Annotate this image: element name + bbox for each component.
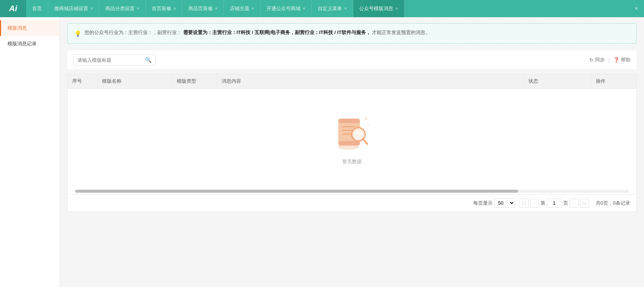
svg-rect-3 bbox=[338, 141, 360, 146]
th-action: 操作 bbox=[591, 74, 636, 88]
last-page-button[interactable]: ▷| bbox=[580, 199, 589, 208]
top-navigation: Ai 首页 微商城店铺设置 × 商品分类设置 × 首页装修 × 商品页装修 × … bbox=[0, 0, 644, 17]
main-layout: 模版消息 模版消息记录 💡 您的公众号行业为：主营行业：，副营行业： 需要设置为… bbox=[0, 17, 644, 287]
svg-line-9 bbox=[363, 139, 367, 144]
sidebar-item-template-msg[interactable]: 模版消息 bbox=[0, 20, 59, 36]
empty-illustration: ✦ ✦ bbox=[332, 111, 373, 152]
divider: | bbox=[608, 57, 610, 63]
page-size-label: 每页显示 bbox=[473, 200, 493, 207]
pagination-row: 每页显示 50 20 100 |◁ ‹ 第 页 › ▷| bbox=[68, 194, 636, 211]
nav-tab-shop-settings[interactable]: 微商城店铺设置 × bbox=[48, 0, 99, 17]
sync-help-area: ↻ 同步 | ❓ 帮助 bbox=[589, 57, 631, 63]
svg-text:✦: ✦ bbox=[367, 123, 370, 127]
close-tab-home-decor[interactable]: × bbox=[173, 6, 176, 11]
close-tab-open-mall[interactable]: × bbox=[303, 6, 305, 11]
nav-tab-theme[interactable]: 店铺主题 × bbox=[224, 0, 261, 17]
sidebar: 模版消息 模版消息记录 bbox=[0, 17, 60, 287]
svg-point-8 bbox=[354, 130, 363, 139]
th-type: 模版类型 bbox=[172, 74, 217, 88]
scrollbar-area bbox=[68, 187, 636, 194]
th-name: 模版名称 bbox=[98, 74, 172, 88]
content-area: 💡 您的公众号行业为：主营行业：，副营行业： 需要设置为：主营行业：IT科技 /… bbox=[60, 17, 644, 287]
close-tab-custom-menu[interactable]: × bbox=[344, 6, 347, 11]
scrollbar-thumb bbox=[75, 190, 518, 193]
svg-text:✦: ✦ bbox=[364, 116, 368, 122]
close-all-button[interactable]: × bbox=[629, 5, 644, 12]
help-icon: ❓ bbox=[613, 57, 619, 63]
empty-state: ✦ ✦ 暂无数据 bbox=[68, 89, 636, 187]
close-tab-category[interactable]: × bbox=[137, 6, 139, 11]
nav-tab-open-mall[interactable]: 开通公众号商城 × bbox=[261, 0, 312, 17]
notice-icon: 💡 bbox=[74, 29, 81, 38]
svg-rect-2 bbox=[338, 119, 360, 123]
nav-tab-home-decor[interactable]: 首页装修 × bbox=[146, 0, 182, 17]
scrollbar-track[interactable] bbox=[75, 190, 629, 193]
close-tab-theme[interactable]: × bbox=[252, 6, 254, 11]
close-tab-product-decor[interactable]: × bbox=[215, 6, 218, 11]
th-index: 序号 bbox=[68, 74, 98, 88]
notice-box: 💡 您的公众号行业为：主营行业：，副营行业： 需要设置为：主营行业：IT科技 /… bbox=[67, 23, 637, 44]
close-tab-template-msg[interactable]: × bbox=[395, 6, 398, 11]
logo: Ai bbox=[0, 0, 26, 17]
nav-tab-product-decor[interactable]: 商品页装修 × bbox=[182, 0, 224, 17]
sync-button[interactable]: ↻ 同步 bbox=[589, 57, 605, 63]
prev-page-button[interactable]: ‹ bbox=[530, 199, 539, 208]
nav-tab-template-msg[interactable]: 公众号模版消息 × bbox=[353, 0, 404, 17]
page-nav: |◁ ‹ 第 页 › ▷| bbox=[520, 199, 589, 208]
page-number-input[interactable] bbox=[547, 199, 562, 208]
sidebar-item-template-msg-record[interactable]: 模版消息记录 bbox=[0, 36, 59, 52]
next-page-button[interactable]: › bbox=[570, 199, 579, 208]
empty-text: 暂无数据 bbox=[342, 158, 362, 165]
svg-rect-4 bbox=[342, 126, 355, 127]
th-content: 消息内容 bbox=[217, 74, 524, 88]
table-container: 序号 模版名称 模版类型 消息内容 状态 操作 bbox=[67, 74, 637, 212]
svg-rect-5 bbox=[342, 130, 352, 131]
page-label-prefix: 第 bbox=[540, 200, 545, 207]
table-header: 序号 模版名称 模版类型 消息内容 状态 操作 bbox=[68, 74, 636, 89]
nav-tab-home[interactable]: 首页 bbox=[26, 0, 48, 17]
search-input-wrap: 🔍 bbox=[73, 54, 155, 65]
total-label: 共0页，0条记录 bbox=[596, 200, 630, 207]
nav-tab-custom-menu[interactable]: 自定义菜单 × bbox=[312, 0, 353, 17]
th-status: 状态 bbox=[524, 74, 591, 88]
page-size-dropdown[interactable]: 50 20 100 bbox=[494, 198, 515, 208]
search-button[interactable]: 🔍 bbox=[141, 55, 155, 65]
notice-text: 您的公众号行业为：主营行业：，副营行业： 需要设置为：主营行业：IT科技 / 互… bbox=[84, 29, 430, 37]
search-bar-row: 🔍 ↻ 同步 | ❓ 帮助 bbox=[67, 51, 637, 69]
refresh-icon: ↻ bbox=[589, 57, 594, 63]
search-input[interactable] bbox=[74, 55, 141, 65]
first-page-button[interactable]: |◁ bbox=[520, 199, 529, 208]
page-size-select: 每页显示 50 20 100 bbox=[473, 198, 517, 208]
help-button[interactable]: ❓ 帮助 bbox=[613, 57, 631, 63]
close-tab-shop-settings[interactable]: × bbox=[90, 6, 93, 11]
nav-tab-category[interactable]: 商品分类设置 × bbox=[99, 0, 146, 17]
page-label-suffix: 页 bbox=[563, 200, 568, 207]
